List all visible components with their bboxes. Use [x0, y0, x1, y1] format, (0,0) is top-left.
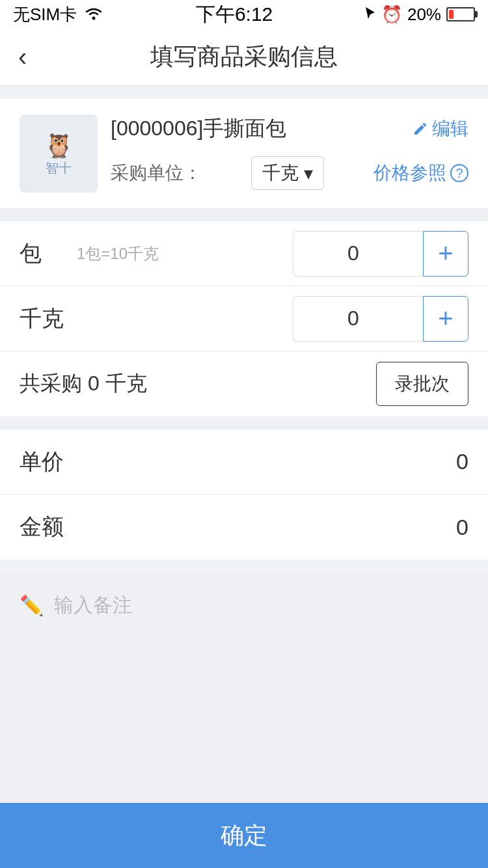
section-divider-2 [0, 416, 488, 429]
package-sublabel: 1包=10千克 [77, 243, 293, 264]
back-button[interactable]: ‹ [18, 42, 27, 72]
total-text: 共采购 0 千克 [20, 370, 147, 398]
total-row: 共采购 0 千克 录批次 [0, 351, 488, 416]
unit-price-label: 单价 [20, 447, 64, 477]
unit-price-value: 0 [456, 449, 468, 474]
status-left: 无SIM卡 [13, 3, 104, 26]
kg-label: 千克 [20, 304, 72, 334]
product-thumbnail: 🦉 智十 [20, 115, 98, 193]
edit-button[interactable]: 编辑 [413, 116, 468, 141]
carrier-text: 无SIM卡 [13, 3, 77, 26]
unit-price-row: 单价 0 [0, 429, 488, 495]
kg-row: 千克 + [0, 286, 488, 351]
section-divider-1 [0, 208, 488, 221]
package-input-wrap: + [293, 231, 468, 277]
amount-value: 0 [456, 515, 468, 540]
package-label: 包 [20, 239, 72, 269]
note-section[interactable]: ✏️ 输入备注 [0, 573, 488, 638]
page-title: 填写商品采购信息 [150, 41, 338, 73]
price-ref-button[interactable]: 价格参照 ? [373, 161, 468, 185]
status-time: 下午6:12 [196, 1, 273, 28]
package-row: 包 1包=10千克 + [0, 221, 488, 286]
confirm-button[interactable]: 确定 [0, 803, 488, 868]
price-section: 单价 0 金额 0 [0, 429, 488, 560]
battery-icon [446, 7, 475, 21]
location-icon [364, 5, 376, 25]
batch-button[interactable]: 录批次 [376, 362, 468, 406]
package-plus-button[interactable]: + [423, 231, 468, 277]
note-placeholder: 输入备注 [54, 592, 132, 619]
help-icon: ? [450, 164, 468, 182]
chevron-down-icon: ▾ [304, 163, 313, 184]
unit-select[interactable]: 千克 ▾ [251, 156, 324, 190]
kg-input-wrap: + [293, 296, 468, 342]
svg-point-0 [92, 16, 96, 20]
amount-label: 金额 [20, 512, 64, 542]
kg-plus-button[interactable]: + [423, 296, 468, 342]
product-info: [0000006]手撕面包 编辑 采购单位： 千克 ▾ 价格参照 ? [111, 115, 468, 190]
input-section: 包 1包=10千克 + 千克 + [0, 221, 488, 351]
pencil-icon: ✏️ [20, 594, 44, 617]
amount-row: 金额 0 [0, 495, 488, 560]
kg-input[interactable] [293, 296, 423, 342]
product-name: [0000006]手撕面包 [111, 115, 286, 143]
package-input[interactable] [293, 231, 423, 277]
battery-percent: 20% [407, 5, 441, 25]
wifi-icon [83, 5, 104, 25]
status-bar: 无SIM卡 下午6:12 ⏰ 20% [0, 0, 488, 29]
product-card: 🦉 智十 [0000006]手撕面包 编辑 采购单位： 千克 ▾ [0, 99, 488, 208]
unit-label: 采购单位： [111, 161, 202, 185]
alarm-icon: ⏰ [381, 5, 402, 25]
status-right: ⏰ 20% [364, 5, 475, 25]
nav-bar: ‹ 填写商品采购信息 [0, 29, 488, 86]
